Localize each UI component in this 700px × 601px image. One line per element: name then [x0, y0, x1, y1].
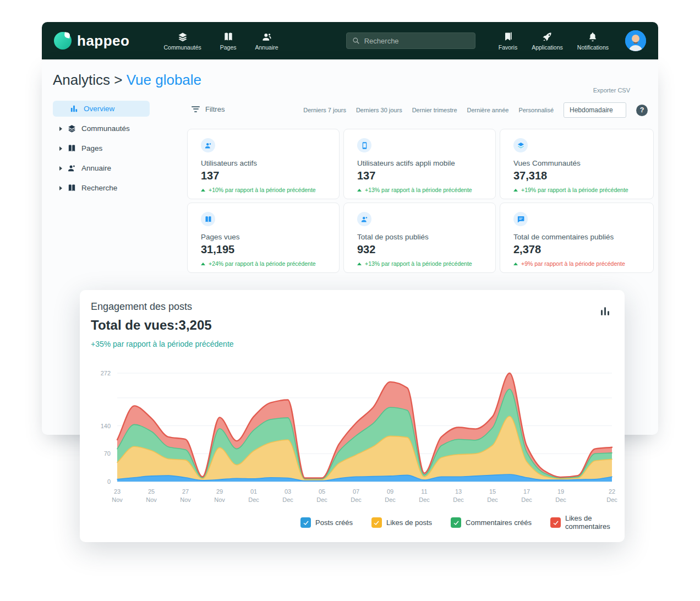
period-custom[interactable]: Personnalisé: [518, 107, 554, 113]
granularity-select[interactable]: Hebdomadaire: [564, 102, 626, 118]
stat-value: 2,378: [513, 243, 640, 256]
chevron-right-icon[interactable]: [59, 146, 62, 151]
legend-commentaires-crees[interactable]: Commentaires créés: [451, 517, 532, 528]
nav-item-label: Pages: [220, 44, 237, 51]
svg-text:Dec: Dec: [453, 496, 464, 503]
nav-item-label: Applications: [532, 44, 563, 51]
svg-text:27: 27: [182, 488, 189, 495]
sidebar-item-annuaire[interactable]: Annuaire: [53, 160, 150, 176]
sidebar: Overview Communautés Pages Annuaire Rech: [53, 101, 150, 200]
stat-label: Total de commentaires publiés: [513, 233, 640, 241]
triangle-up-icon: [201, 263, 205, 265]
search-bar[interactable]: [346, 32, 475, 49]
stat-card-utilisateurs-actifs: Utilisateurs actifs 137 +10% par rapport…: [187, 129, 340, 199]
bar-chart-icon[interactable]: [601, 307, 610, 315]
svg-text:70: 70: [104, 450, 111, 457]
svg-text:03: 03: [285, 488, 291, 495]
stat-delta: +13% par rapport à la période précédente: [357, 260, 482, 267]
svg-text:Dec: Dec: [282, 496, 293, 503]
period-last-30-days[interactable]: Derniers 30 jours: [356, 107, 402, 113]
book-icon: [201, 212, 215, 226]
stat-value: 137: [357, 170, 482, 182]
triangle-up-icon: [357, 263, 362, 265]
legend-label: Commentaires créés: [466, 518, 532, 527]
check-icon: [553, 520, 559, 526]
svg-text:22: 22: [609, 488, 615, 495]
breadcrumb-current[interactable]: Vue globale: [127, 72, 201, 88]
users-icon: [357, 212, 371, 226]
period-last-7-days[interactable]: Derniers 7 jours: [303, 107, 346, 113]
legend-swatch[interactable]: [300, 517, 311, 528]
chevron-right-icon[interactable]: [59, 127, 62, 131]
legend-swatch[interactable]: [371, 517, 382, 528]
svg-text:Nov: Nov: [180, 496, 191, 503]
sidebar-item-recherche[interactable]: Recherche: [53, 180, 150, 196]
svg-text:Dec: Dec: [351, 496, 362, 503]
svg-text:Dec: Dec: [385, 496, 396, 503]
svg-text:01: 01: [250, 488, 257, 495]
sidebar-item-pages[interactable]: Pages: [53, 140, 150, 156]
export-csv-button[interactable]: Exporter CSV: [593, 87, 630, 94]
svg-text:11: 11: [421, 488, 427, 495]
legend-likes-de-commentaires[interactable]: Likes de commentaires: [550, 515, 616, 531]
legend-likes-de-posts[interactable]: Likes de posts: [371, 517, 432, 528]
nav-right: Favoris Applications Notifications: [499, 31, 609, 51]
svg-text:19: 19: [557, 488, 564, 495]
avatar-image: [625, 30, 646, 51]
svg-text:272: 272: [101, 370, 111, 376]
chart-legend: Posts créés Likes de posts Commentaires …: [300, 515, 616, 531]
sidebar-item-communautes[interactable]: Communautés: [53, 121, 150, 136]
stat-delta: +19% par rapport à la période précédente: [513, 187, 640, 193]
stat-value: 31,195: [201, 243, 326, 256]
check-icon: [303, 520, 309, 526]
search-input[interactable]: [364, 37, 463, 45]
breadcrumb: Analytics > Vue globale: [53, 72, 201, 89]
book-icon: [67, 183, 76, 193]
nav-items: Communautés Pages Annuaire: [163, 31, 278, 51]
stat-delta: +9% par rapport à la période précédente: [513, 260, 640, 267]
stat-card-commentaires-publies: Total de commentaires publiés 2,378 +9% …: [500, 203, 654, 273]
stat-value: 137: [201, 170, 326, 182]
period-last-year[interactable]: Dernière année: [467, 107, 509, 113]
legend-swatch[interactable]: [451, 517, 461, 528]
user-avatar[interactable]: [625, 30, 646, 51]
nav-item-favoris[interactable]: Favoris: [499, 31, 517, 51]
breadcrumb-separator: >: [110, 72, 127, 88]
engagement-chart: 27214070023Nov25Nov27Nov29Nov01Dec03Dec0…: [85, 358, 619, 513]
legend-posts-crees[interactable]: Posts créés: [300, 517, 353, 528]
svg-text:13: 13: [455, 488, 462, 495]
svg-text:25: 25: [148, 488, 155, 495]
bell-icon: [587, 31, 598, 42]
triangle-up-icon: [513, 263, 518, 265]
stat-label: Pages vues: [201, 233, 326, 241]
chevron-right-icon[interactable]: [59, 186, 62, 190]
engagement-delta: +35% par rapport à la période précédente: [91, 340, 234, 348]
svg-text:05: 05: [319, 488, 325, 495]
svg-text:Nov: Nov: [146, 496, 157, 503]
nav-item-notifications[interactable]: Notifications: [577, 31, 609, 51]
chevron-right-icon[interactable]: [59, 166, 62, 171]
nav-item-communautes[interactable]: Communautés: [163, 31, 201, 51]
sidebar-item-overview[interactable]: Overview: [53, 101, 150, 117]
stat-value: 932: [357, 243, 482, 256]
stat-label: Vues Communautés: [513, 159, 640, 167]
svg-text:07: 07: [353, 488, 359, 495]
nav-item-pages[interactable]: Pages: [220, 31, 237, 51]
legend-swatch[interactable]: [550, 517, 561, 528]
stat-delta: +13% par rapport à la période précédente: [357, 187, 482, 193]
nav-item-annuaire[interactable]: Annuaire: [255, 31, 278, 51]
mobile-icon: [357, 138, 371, 152]
layers-icon: [513, 138, 528, 152]
breadcrumb-section[interactable]: Analytics: [53, 72, 110, 88]
nav-item-label: Communautés: [163, 44, 201, 51]
period-last-quarter[interactable]: Dernier trimestre: [412, 107, 457, 113]
filters-button[interactable]: Filtres: [192, 105, 225, 113]
legend-label: Likes de posts: [386, 518, 432, 527]
sidebar-item-label: Annuaire: [81, 164, 111, 172]
happeo-logo-text: happeo: [77, 32, 129, 50]
help-icon[interactable]: ?: [636, 105, 648, 116]
nav-item-applications[interactable]: Applications: [532, 31, 563, 51]
svg-text:Dec: Dec: [316, 496, 327, 503]
happeo-logo[interactable]: happeo: [54, 32, 129, 50]
search-icon: [352, 37, 360, 45]
